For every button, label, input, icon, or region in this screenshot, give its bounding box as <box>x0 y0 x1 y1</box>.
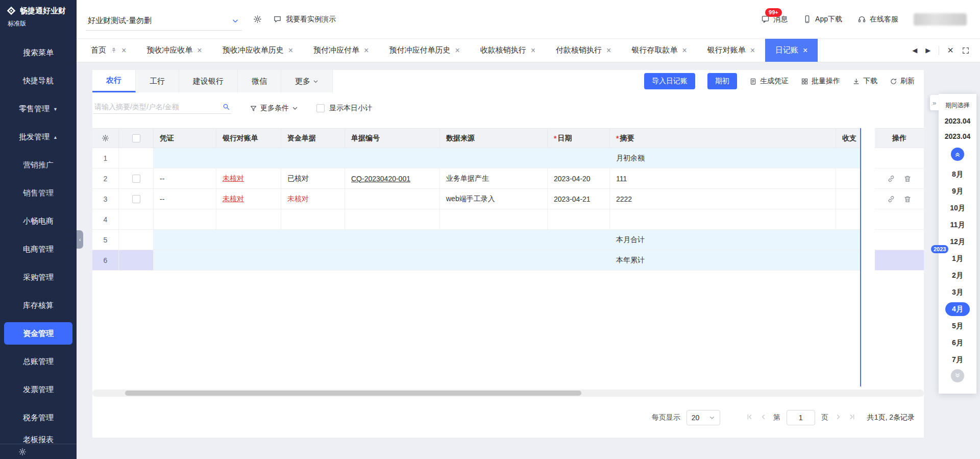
tab-close-icon[interactable]: × <box>606 46 611 55</box>
per-page-select[interactable]: 20 <box>687 410 720 425</box>
tab-bank-deposit-withdrawal[interactable]: 银行存取款单× <box>621 39 697 62</box>
sidebar-item-quick-nav[interactable]: 快捷导航 <box>0 67 77 95</box>
select-all-checkbox[interactable] <box>132 134 140 142</box>
fullscreen-icon[interactable] <box>962 46 970 55</box>
app-download-button[interactable]: App下载 <box>803 15 842 24</box>
tab-close-icon[interactable]: × <box>197 46 202 55</box>
bank-tab-abc[interactable]: 农行 <box>92 70 136 92</box>
tab-close-icon[interactable]: × <box>803 46 807 55</box>
tab-advance-receipt-writeoff-history[interactable]: 预收冲应收单历史× <box>212 39 303 62</box>
sidebar-item-boss-report[interactable]: 老板报表 <box>0 432 77 443</box>
bank-tab-icbc[interactable]: 工行 <box>136 70 179 92</box>
month-item[interactable]: 1月 <box>945 250 970 267</box>
generate-voucher-button[interactable]: 生成凭证 <box>749 77 789 86</box>
sidebar-settings-gear-icon[interactable] <box>18 448 27 456</box>
month-item[interactable]: 4月 <box>945 302 970 316</box>
column-header-num[interactable] <box>92 129 119 148</box>
trash-icon[interactable] <box>903 175 912 183</box>
tab-scroll-left-button[interactable]: ◀ <box>912 46 917 54</box>
row-checkbox-cell[interactable] <box>119 168 154 189</box>
last-page-button[interactable] <box>848 413 856 422</box>
show-daily-subtotal-checkbox[interactable]: 显示本日小计 <box>316 104 372 113</box>
cell-value-link[interactable]: 未核对 <box>223 195 244 204</box>
month-item[interactable]: 9月 <box>945 183 970 200</box>
month-item[interactable]: 10月 <box>945 200 970 216</box>
row-checkbox[interactable] <box>132 175 140 183</box>
org-selector[interactable]: 好业财测试-量勿删 <box>86 13 242 31</box>
row-checkbox-cell[interactable] <box>119 189 154 209</box>
tab-close-icon[interactable]: × <box>750 46 755 55</box>
prev-page-button[interactable] <box>760 413 767 422</box>
link-icon[interactable] <box>887 175 895 183</box>
close-all-tabs-button[interactable]: × <box>947 44 953 56</box>
trash-icon[interactable] <box>903 195 912 203</box>
sidebar-item-invoice[interactable]: 发票管理 <box>0 376 77 404</box>
page-number-input[interactable] <box>787 410 815 425</box>
search-icon[interactable] <box>222 103 230 111</box>
sidebar-item-general-ledger[interactable]: 总账管理 <box>0 348 77 376</box>
scroll-months-up-button[interactable] <box>951 148 964 161</box>
month-item[interactable]: 12月 <box>945 233 970 250</box>
tab-close-icon[interactable]: × <box>455 46 459 55</box>
scrollbar-thumb[interactable] <box>125 391 581 396</box>
sidebar-item-sales[interactable]: 销售管理 <box>0 179 77 207</box>
tab-receipt-verification[interactable]: 收款核销执行× <box>470 39 546 62</box>
period-from[interactable]: 2023.04 <box>945 117 971 125</box>
tab-close-icon[interactable]: × <box>121 46 126 55</box>
demo-link[interactable]: 我要看实例演示 <box>273 15 336 24</box>
sidebar-item-wholesale[interactable]: 批发管理▲ <box>0 123 77 151</box>
row-checkbox[interactable] <box>132 195 140 203</box>
batch-operations-button[interactable]: 批量操作 <box>801 77 840 86</box>
month-item[interactable]: 7月 <box>945 351 970 368</box>
download-button[interactable]: 下载 <box>852 77 877 86</box>
online-service-button[interactable]: 在线客服 <box>857 15 898 24</box>
import-journal-button[interactable]: 导入日记账 <box>644 73 695 89</box>
month-item[interactable]: 6月 <box>945 334 970 351</box>
tab-advance-receipt-writeoff[interactable]: 预收冲应收单× <box>136 39 212 62</box>
month-item[interactable]: 2月 <box>945 267 970 284</box>
month-item[interactable]: 5月 <box>945 318 970 334</box>
user-name-redacted[interactable] <box>914 13 967 26</box>
period-collapse-handle[interactable]: » <box>930 95 939 110</box>
cell-value-link[interactable]: 未核对 <box>223 174 244 183</box>
sidebar-collapse-handle[interactable]: ‹ <box>77 230 83 249</box>
month-item[interactable]: 3月 <box>945 284 970 301</box>
opening-balance-button[interactable]: 期初 <box>707 73 737 89</box>
link-icon[interactable] <box>887 195 895 203</box>
tab-home[interactable]: 首页× <box>81 39 136 62</box>
month-item[interactable]: 11月 <box>945 216 970 233</box>
sidebar-item-marketing[interactable]: 营销推广 <box>0 151 77 179</box>
tab-close-icon[interactable]: × <box>288 46 293 55</box>
tab-bank-statement[interactable]: 银行对账单× <box>697 39 765 62</box>
more-filters-button[interactable]: 更多条件 <box>250 104 298 113</box>
horizontal-scrollbar[interactable] <box>92 390 924 397</box>
month-item[interactable]: 8月 <box>945 166 970 183</box>
cell-value-link[interactable]: CQ-20230420-001 <box>351 175 410 183</box>
sidebar-item-purchase[interactable]: 采购管理 <box>0 263 77 292</box>
refresh-button[interactable]: 刷新 <box>890 77 915 86</box>
search-input[interactable] <box>94 103 222 111</box>
bank-tab-more[interactable]: 更多 <box>281 70 333 92</box>
first-page-button[interactable] <box>746 413 753 422</box>
tab-close-icon[interactable]: × <box>364 46 369 55</box>
messages-button[interactable]: 99+ 消息 <box>761 15 788 24</box>
sidebar-item-search-menu[interactable]: 搜索菜单 <box>0 39 77 67</box>
tab-close-icon[interactable]: × <box>682 46 687 55</box>
sidebar-item-inventory-costing[interactable]: 库存核算 <box>0 292 77 320</box>
bank-tab-wechat[interactable]: 微信 <box>238 70 281 92</box>
sidebar-item-tax[interactable]: 税务管理 <box>0 404 77 432</box>
sidebar-item-xiaochang-ecom[interactable]: 小畅电商 <box>0 207 77 235</box>
tab-journal[interactable]: 日记账× <box>765 39 818 62</box>
tab-advance-payment-writeoff-history[interactable]: 预付冲应付单历史× <box>379 39 470 62</box>
sidebar-item-ecom[interactable]: 电商管理 <box>0 235 77 263</box>
period-to[interactable]: 2023.04 <box>945 132 971 140</box>
sidebar-item-funds[interactable]: 资金管理 <box>4 322 72 345</box>
tab-close-icon[interactable]: × <box>531 46 535 55</box>
next-page-button[interactable] <box>835 413 842 422</box>
column-header-check[interactable] <box>119 129 154 148</box>
tab-advance-payment-writeoff[interactable]: 预付冲应付单× <box>303 39 379 62</box>
bank-tab-ccb[interactable]: 建设银行 <box>179 70 238 92</box>
scroll-months-down-button[interactable] <box>951 369 964 382</box>
sidebar-item-retail[interactable]: 零售管理▼ <box>0 95 77 123</box>
tab-payment-verification[interactable]: 付款核销执行× <box>546 39 621 62</box>
